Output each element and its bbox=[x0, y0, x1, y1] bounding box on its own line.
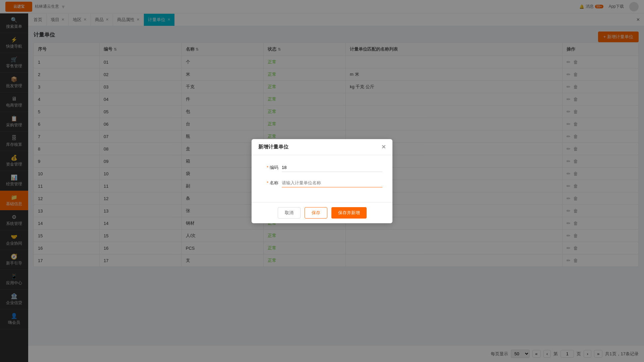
modal-overlay: 新增计量单位 ✕ 编码 名称 取消 保存 保存并新增 bbox=[0, 0, 644, 362]
modal-close-button[interactable]: ✕ bbox=[381, 144, 386, 150]
save-add-button[interactable]: 保存并新增 bbox=[331, 207, 367, 219]
modal-body: 编码 名称 bbox=[252, 155, 392, 202]
code-input[interactable] bbox=[282, 163, 382, 172]
modal-title: 新增计量单位 bbox=[258, 144, 288, 150]
save-button[interactable]: 保存 bbox=[305, 207, 327, 219]
form-row-name: 名称 bbox=[262, 179, 382, 187]
name-input[interactable] bbox=[282, 179, 382, 187]
modal-header: 新增计量单位 ✕ bbox=[252, 139, 392, 155]
modal-footer: 取消 保存 保存并新增 bbox=[252, 202, 392, 223]
cancel-button[interactable]: 取消 bbox=[278, 207, 301, 219]
code-label: 编码 bbox=[262, 165, 278, 171]
modal-dialog: 新增计量单位 ✕ 编码 名称 取消 保存 保存并新增 bbox=[252, 139, 392, 223]
name-label: 名称 bbox=[262, 180, 278, 186]
form-row-code: 编码 bbox=[262, 163, 382, 172]
